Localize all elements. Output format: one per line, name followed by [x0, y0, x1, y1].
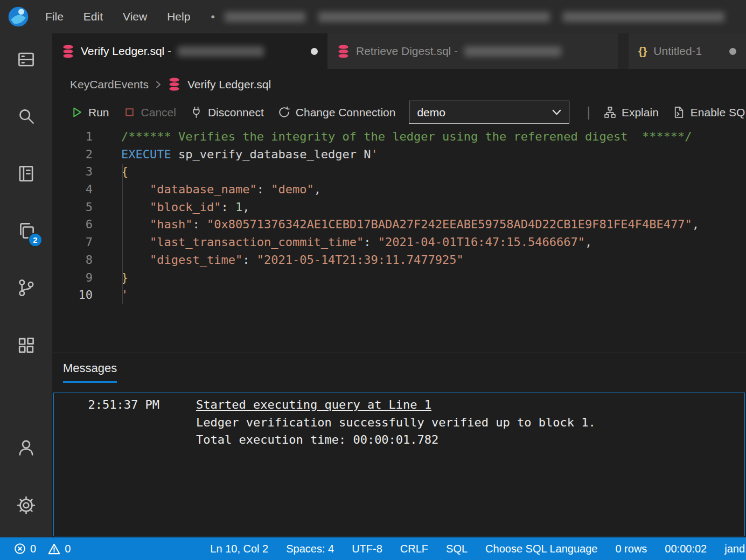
status-item-elapsed-time[interactable]: 00:00:02 [665, 543, 707, 555]
tab-strip: Verify Ledger.sql - Retrieve Digest.sql … [52, 33, 746, 69]
message-row[interactable]: 2:51:37 PMStarted executing query at Lin… [54, 396, 744, 414]
redacted-title-text-2 [318, 12, 550, 22]
cancel-button[interactable]: Cancel [123, 106, 176, 119]
line-number: 2 [52, 146, 93, 164]
plug-icon [190, 106, 203, 119]
code-line[interactable]: 1/****** Verifies the integrity of the l… [52, 128, 746, 146]
settings-gear-icon[interactable] [16, 495, 36, 515]
change-connection-label: Change Connection [296, 106, 396, 119]
line-number: 5 [52, 199, 93, 216]
modified-dot[interactable] [729, 48, 736, 55]
tab-retrieve-digest[interactable]: Retrieve Digest.sql - [327, 33, 618, 69]
results-panel: Messages 2:51:37 PMStarted executing que… [52, 353, 746, 537]
change-connection-button[interactable]: Change Connection [277, 106, 396, 119]
line-number: 7 [52, 234, 93, 251]
breadcrumb: KeyCardEvents Verify Ledger.sql [52, 69, 746, 100]
code-line[interactable]: 10' [52, 286, 746, 304]
code-line[interactable]: 8 "digest_time": "2021-05-14T21:39:11.74… [52, 251, 746, 269]
code-text: EXECUTE sp_verify_database_ledger N' [121, 146, 378, 164]
chevron-down-icon [552, 109, 561, 115]
sql-editor[interactable]: 1/****** Verifies the integrity of the l… [52, 125, 746, 353]
modified-dot[interactable] [311, 48, 318, 55]
database-selector[interactable]: demo [409, 101, 569, 124]
code-line[interactable]: 2EXECUTE sp_verify_database_ledger N' [52, 146, 746, 164]
code-line[interactable]: 9} [52, 269, 746, 287]
redacted-tab-text [178, 46, 264, 57]
connections-icon[interactable] [16, 50, 36, 69]
title-modified-dot: • [211, 10, 214, 23]
message-text: Ledger verification successfully verifie… [196, 414, 596, 432]
code-text: "last_transaction_commit_time": "2021-04… [121, 234, 592, 251]
account-icon[interactable] [16, 438, 36, 458]
query-toolbar: Run Cancel Disconnect Change Connection [52, 100, 746, 125]
explain-button[interactable]: Explain [603, 106, 659, 119]
tab-verify-ledger[interactable]: Verify Ledger.sql - [52, 33, 327, 69]
breadcrumb-folder[interactable]: KeyCardEvents [70, 78, 149, 91]
menu-item-edit[interactable]: Edit [83, 10, 103, 23]
line-number: 6 [52, 216, 93, 234]
message-time [54, 431, 159, 449]
run-button[interactable]: Run [70, 106, 109, 119]
status-item-cursor-position[interactable]: Ln 10, Col 2 [210, 543, 268, 555]
code-line[interactable]: 4 "database_name": "demo", [52, 181, 746, 199]
status-item-indentation[interactable]: Spaces: 4 [286, 543, 334, 555]
sqlcmd-icon [672, 106, 686, 119]
activity-bar: 2 [0, 33, 52, 537]
status-item-choose-language[interactable]: Choose SQL Language [485, 543, 597, 555]
problems-indicator[interactable]: 0 0 [14, 543, 78, 555]
warning-icon [48, 543, 60, 555]
titlebar: File Edit View Help • [0, 0, 746, 33]
line-number: 8 [52, 251, 93, 269]
notebooks-icon[interactable] [16, 164, 36, 184]
redacted-title-text-3 [563, 12, 724, 22]
toolbar-separator: | [587, 104, 590, 120]
redacted-tab-text [464, 46, 561, 57]
messages-rows: 2:51:37 PMStarted executing query at Lin… [54, 396, 744, 449]
line-number: 1 [52, 128, 93, 146]
message-row[interactable]: Ledger verification successfully verifie… [54, 414, 744, 432]
explain-icon [603, 106, 617, 119]
line-number: 10 [52, 286, 93, 304]
code-line[interactable]: 7 "last_transaction_commit_time": "2021-… [52, 234, 746, 251]
cancel-label: Cancel [141, 106, 176, 119]
status-item-row-count[interactable]: 0 rows [615, 543, 647, 555]
code-text: "database_name": "demo", [121, 181, 321, 199]
message-text: Total execution time: 00:00:01.782 [196, 431, 438, 449]
cancel-icon [123, 106, 136, 119]
status-bar: 0 0 Ln 10, Col 2Spaces: 4UTF-8CRLFSQLCho… [0, 537, 746, 560]
status-item-connection-user[interactable]: jand [724, 543, 745, 555]
main-area: Verify Ledger.sql - Retrieve Digest.sql … [52, 33, 746, 537]
line-number: 9 [52, 269, 93, 287]
breadcrumb-file[interactable]: Verify Ledger.sql [187, 78, 271, 91]
menu-item-view[interactable]: View [123, 10, 147, 23]
menu-item-file[interactable]: File [45, 10, 64, 23]
code-text: "block_id": 1, [121, 199, 249, 216]
editors-count-badge: 2 [28, 233, 43, 247]
tab-label: Untitled-1 [653, 45, 702, 58]
warning-count: 0 [65, 543, 71, 555]
tab-untitled-1[interactable]: {} Untitled-1 [629, 33, 746, 69]
disconnect-button[interactable]: Disconnect [190, 106, 264, 119]
enable-sqlcmd-label: Enable SQLCMD [691, 106, 746, 119]
message-time: 2:51:37 PM [54, 396, 159, 414]
code-line[interactable]: 6 "hash": "0x80571376342AE1CEBD17BADA27F… [52, 216, 746, 234]
messages-results[interactable]: 2:51:37 PMStarted executing query at Lin… [53, 393, 745, 536]
search-icon[interactable] [16, 106, 36, 126]
status-item-encoding[interactable]: UTF-8 [352, 543, 382, 555]
extensions-icon[interactable] [16, 335, 36, 355]
source-control-icon[interactable] [16, 278, 36, 298]
message-row[interactable]: Total execution time: 00:00:01.782 [54, 431, 744, 449]
code-line[interactable]: 3{ [52, 163, 746, 181]
tab-messages[interactable]: Messages [63, 361, 117, 383]
panel-header: Messages [52, 353, 746, 393]
code-text: "hash": "0x80571376342AE1CEBD17BADA27F24… [121, 216, 699, 234]
braces-icon: {} [638, 45, 647, 58]
code-line[interactable]: 5 "block_id": 1, [52, 199, 746, 216]
status-item-eol[interactable]: CRLF [400, 543, 428, 555]
database-icon [168, 78, 180, 91]
error-icon [14, 543, 26, 555]
error-count: 0 [30, 543, 36, 555]
menu-item-help[interactable]: Help [167, 10, 190, 23]
status-item-language[interactable]: SQL [446, 543, 468, 555]
enable-sqlcmd-button[interactable]: Enable SQLCMD [672, 106, 746, 119]
